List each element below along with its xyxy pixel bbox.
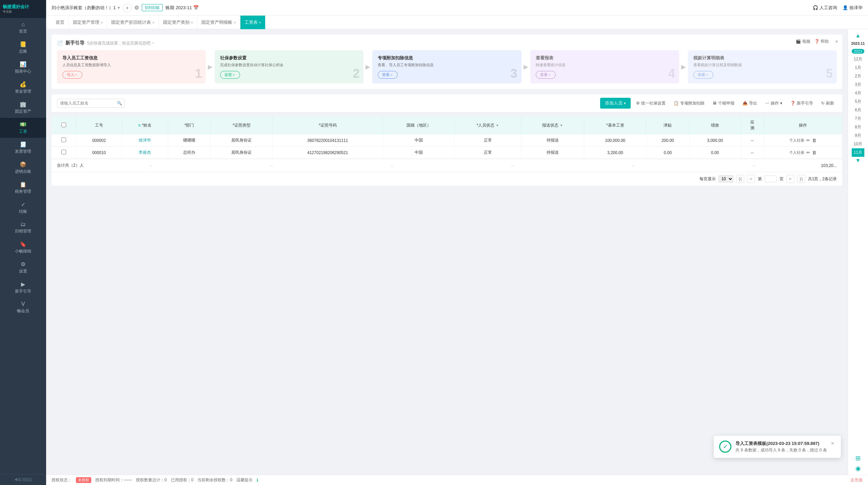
row-report-status-0: 待报送: [521, 134, 584, 147]
month-item-1[interactable]: 1月: [852, 63, 864, 72]
sidebar-label-settle: 结账: [19, 209, 27, 214]
tab-close-asset-type[interactable]: ×: [191, 20, 193, 24]
sidebar-item-expense[interactable]: 🧾发票管理: [0, 138, 46, 158]
tab-salary[interactable]: 工资表×: [240, 16, 265, 29]
tab-close-salary[interactable]: ×: [259, 20, 261, 24]
ai-support-btn[interactable]: 🎧 人工咨询: [813, 5, 837, 11]
month-item-10[interactable]: 10月: [852, 140, 864, 148]
step-btn-3[interactable]: 查看＞: [378, 71, 398, 79]
account-selector[interactable]: 刘小艳演示账套（勿删勿动！）1 ▾: [52, 5, 120, 11]
row-edit-btn-1[interactable]: ✏: [806, 150, 810, 155]
search-input[interactable]: [57, 99, 125, 108]
tab-asset-type[interactable]: 固定资产类别×: [159, 16, 197, 29]
sidebar-item-settings[interactable]: ⚙设置: [0, 258, 46, 278]
deduction-icon: 📋: [674, 101, 679, 106]
search-icon[interactable]: 🔍: [117, 101, 122, 106]
headset-icon: 🎧: [813, 5, 818, 10]
year-down-btn[interactable]: ▼: [855, 157, 862, 164]
row-edit-btn-0[interactable]: ✏: [806, 138, 810, 143]
month-item-8[interactable]: 8月: [852, 123, 864, 131]
special-deduction-btn[interactable]: 📋 专项附加扣除: [671, 99, 707, 108]
tab-home[interactable]: 首页: [52, 16, 69, 29]
month-item-7[interactable]: 7月: [852, 114, 864, 123]
step-btn-5[interactable]: 查看＞: [693, 71, 713, 79]
tab-close-asset-detail[interactable]: ×: [234, 20, 236, 24]
row-social-btn-1[interactable]: 个人社保: [789, 150, 804, 155]
row-social-btn-0[interactable]: 个人社保: [789, 138, 804, 143]
panel-icon-2[interactable]: ◉: [855, 465, 861, 472]
page-next-btn[interactable]: ＞: [786, 175, 794, 183]
row-performance-1: 0.00: [689, 147, 741, 159]
sidebar-item-settle[interactable]: ✓结账: [0, 198, 46, 218]
sidebar-item-member[interactable]: V畅会员: [0, 298, 46, 317]
tax-report-btn[interactable]: 🏛 个税申报: [710, 99, 737, 108]
toast-close-btn[interactable]: ×: [831, 441, 834, 447]
select-all-checkbox[interactable]: [61, 123, 66, 127]
guide-close-btn[interactable]: ×: [835, 39, 838, 45]
sidebar-item-guide[interactable]: ▶新手引导: [0, 278, 46, 298]
page-first-btn[interactable]: ⟨⟨: [736, 175, 744, 183]
guide-btn[interactable]: ❓ 新手引导: [788, 99, 816, 108]
add-account-btn[interactable]: +: [123, 3, 132, 12]
panel-icon-1[interactable]: ⊞: [855, 454, 861, 462]
month-item-6[interactable]: 6月: [852, 106, 864, 114]
guide-help-link[interactable]: ❓ 帮助: [814, 39, 829, 44]
add-person-btn[interactable]: 添加人员 ▾: [600, 98, 631, 109]
row-delete-btn-1[interactable]: 🗑: [812, 150, 816, 155]
report-filter-icon[interactable]: ▼: [560, 124, 563, 127]
row-check-0[interactable]: [61, 137, 66, 142]
year-up-btn[interactable]: ▲: [855, 32, 862, 39]
guide-video-link[interactable]: 🎬 视频: [796, 39, 810, 44]
row-check-1[interactable]: [61, 150, 66, 154]
step-btn-2[interactable]: 设置＞: [220, 71, 240, 79]
sidebar-item-inventory[interactable]: 📦进销台账: [0, 158, 46, 178]
year-badge[interactable]: 2023: [852, 49, 864, 54]
page-input[interactable]: 1: [765, 175, 777, 182]
tab-close-depreciation[interactable]: ×: [152, 20, 154, 24]
tab-asset-detail[interactable]: 固定资产明细账×: [197, 16, 240, 29]
user-info-btn[interactable]: 👤 徐泽华: [843, 5, 863, 11]
calendar-icon[interactable]: 📅: [193, 5, 199, 10]
step-btn-1[interactable]: 导入＞: [62, 71, 82, 79]
row-checkbox-0[interactable]: [52, 134, 76, 147]
page-prev-btn[interactable]: ＜: [747, 175, 755, 183]
more-actions-btn[interactable]: ⋯ 操作 ▾: [763, 99, 785, 108]
month-item-4[interactable]: 4月: [852, 89, 864, 97]
version-toggle-btn[interactable]: 切到旧版: [142, 4, 163, 11]
social-insurance-btn[interactable]: ⚙ 统一社保设置: [633, 99, 668, 108]
row-name-1[interactable]: 李俊杰: [122, 147, 168, 159]
month-item-11[interactable]: 11月: [852, 148, 864, 157]
refresh-btn[interactable]: ↻ 刷新: [818, 99, 837, 108]
month-item-2[interactable]: 2月: [852, 72, 864, 80]
row-delete-btn-0[interactable]: 🗑: [812, 138, 816, 143]
tab-fixed-assets[interactable]: 固定资产管理×: [69, 16, 107, 29]
step-btn-4[interactable]: 查看＞: [536, 71, 556, 79]
sidebar-item-ledger[interactable]: 📒总账: [0, 38, 46, 58]
sidebar-item-archive[interactable]: 🗂归档管理: [0, 218, 46, 238]
page-last-btn[interactable]: ⟩⟩: [797, 175, 805, 183]
sidebar-item-tax[interactable]: 📋税务管理: [0, 178, 46, 198]
row-name-0[interactable]: 徐泽华: [122, 134, 168, 147]
sidebar-item-fixed-assets[interactable]: 🏢固定资产: [0, 98, 46, 118]
footer-dash-6: --: [752, 163, 755, 168]
tab-depreciation[interactable]: 固定资产折旧统计表×: [107, 16, 159, 29]
sidebar-item-home[interactable]: ⌂首页: [0, 18, 46, 38]
tab-close-fixed-assets[interactable]: ×: [101, 20, 103, 24]
account-dropdown-icon[interactable]: ▾: [118, 5, 120, 10]
sidebar-collapse-btn[interactable]: ◀取消固定: [0, 474, 46, 485]
charge-btn[interactable]: 去充值: [850, 477, 863, 483]
sidebar-item-salary[interactable]: 💵工资: [0, 118, 46, 138]
month-item-3[interactable]: 3月: [852, 80, 864, 89]
sidebar-item-finance[interactable]: 💰资金管理: [0, 78, 46, 98]
month-item-9[interactable]: 9月: [852, 131, 864, 140]
per-page-select[interactable]: 10 20 50: [718, 175, 733, 183]
month-item-0[interactable]: 12月: [852, 55, 864, 63]
row-checkbox-1[interactable]: [52, 147, 76, 159]
status-filter-icon[interactable]: ▼: [496, 124, 499, 127]
month-item-5[interactable]: 5月: [852, 97, 864, 106]
sidebar-item-xiaochang[interactable]: 🔖小畅报销: [0, 238, 46, 258]
sidebar-icon-xiaochang: 🔖: [20, 241, 26, 247]
sidebar-item-reports[interactable]: 📊报表中心: [0, 58, 46, 78]
export-btn[interactable]: 📤 导出: [740, 99, 760, 108]
settings-icon[interactable]: ⚙: [134, 4, 139, 11]
